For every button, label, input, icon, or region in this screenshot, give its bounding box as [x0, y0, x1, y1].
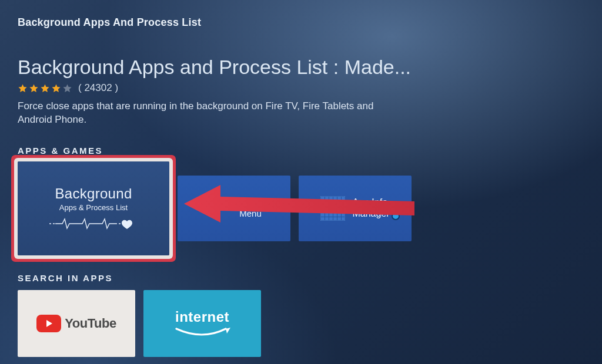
svg-rect-32: [321, 213, 325, 217]
svg-rect-25: [342, 205, 345, 208]
star-icon: [29, 83, 39, 93]
svg-rect-39: [325, 217, 329, 220]
section-heading-apps-games: APPS & GAMES: [18, 146, 584, 156]
svg-rect-35: [333, 213, 337, 217]
svg-rect-13: [342, 197, 345, 200]
rating-count: ( 24302 ): [78, 82, 118, 94]
svg-rect-20: [321, 205, 325, 208]
youtube-icon: [36, 315, 61, 332]
svg-marker-1: [29, 84, 38, 92]
svg-rect-31: [342, 209, 345, 213]
pin-icon: [392, 212, 400, 220]
svg-rect-33: [325, 213, 329, 217]
svg-rect-22: [329, 205, 333, 208]
tile-label: internet: [175, 309, 229, 325]
rating-row: ( 24302 ): [18, 82, 584, 94]
app-tile-internet[interactable]: internet: [143, 290, 261, 357]
svg-marker-3: [52, 84, 60, 92]
app-tile-app-info-manager[interactable]: App Info Manager: [299, 176, 412, 241]
heartbeat-icon: [49, 217, 138, 231]
tile-subtitle: Apps & Process List: [59, 203, 128, 212]
tile-label: App Info Manager: [352, 197, 389, 219]
svg-rect-14: [321, 201, 325, 204]
svg-rect-23: [333, 205, 337, 208]
svg-rect-29: [333, 209, 337, 213]
svg-rect-30: [337, 209, 341, 213]
page-title: Background Apps and Process List : Made.…: [18, 56, 584, 79]
star-icon: [18, 83, 28, 93]
svg-rect-19: [342, 201, 345, 204]
app-grid-icon: [320, 196, 345, 221]
svg-rect-15: [325, 201, 329, 204]
svg-rect-21: [325, 205, 329, 208]
svg-rect-11: [333, 197, 337, 200]
app-tile-youtube[interactable]: YouTube: [18, 290, 135, 357]
svg-rect-36: [337, 213, 341, 217]
svg-rect-34: [329, 213, 333, 217]
app-tile-developer-tools-menu[interactable]: Developer Tools Menu: [178, 176, 290, 241]
svg-marker-45: [46, 320, 52, 327]
svg-rect-37: [342, 213, 345, 217]
svg-rect-8: [321, 197, 325, 200]
svg-rect-24: [337, 205, 341, 208]
svg-marker-0: [18, 84, 26, 92]
svg-rect-26: [321, 209, 325, 213]
svg-rect-38: [321, 217, 325, 220]
heart-icon: [122, 220, 132, 229]
svg-rect-41: [333, 217, 337, 220]
tile-label: Developer Tools Menu: [178, 198, 290, 219]
star-icon: [40, 83, 50, 93]
svg-rect-17: [333, 201, 337, 204]
svg-rect-12: [337, 197, 341, 200]
breadcrumb: Background Apps And Process List: [18, 16, 584, 29]
svg-rect-10: [329, 197, 333, 200]
star-icon: [62, 83, 72, 93]
svg-rect-42: [337, 217, 341, 220]
app-tile-background-apps[interactable]: Background Apps & Process List: [18, 161, 169, 255]
svg-rect-43: [342, 217, 345, 220]
svg-marker-4: [63, 84, 71, 92]
tile-title: Background: [55, 186, 132, 202]
search-in-apps-row: YouTube internet: [18, 290, 584, 357]
star-icon: [51, 83, 61, 93]
svg-rect-16: [329, 201, 333, 204]
svg-rect-18: [337, 201, 341, 204]
svg-rect-27: [325, 209, 329, 213]
app-description: Force close apps that are running in the…: [18, 100, 376, 127]
tile-label: YouTube: [65, 316, 116, 331]
amazon-smile-icon: [174, 326, 230, 338]
section-heading-search-in-apps: SEARCH IN APPS: [18, 273, 584, 283]
svg-marker-2: [41, 84, 49, 92]
svg-rect-28: [329, 209, 333, 213]
svg-rect-9: [325, 197, 329, 200]
apps-games-row: Background Apps & Process List Developer…: [18, 161, 584, 255]
svg-rect-40: [329, 217, 333, 220]
rating-stars: [18, 83, 72, 93]
